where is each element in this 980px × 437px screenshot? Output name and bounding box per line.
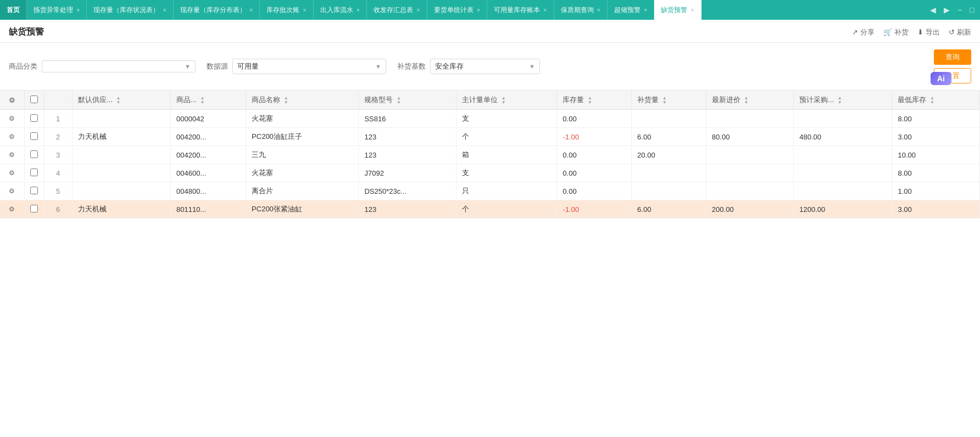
tab-next-button[interactable]: ▶ [940,4,953,15]
cell-supplier-0 [72,110,170,128]
row-checkbox-5[interactable] [30,205,38,212]
th-latest-price-label: 最新进价 [712,96,740,104]
ai-badge[interactable]: Ai [931,72,951,85]
row-checkbox-1[interactable] [30,132,38,140]
row-checkbox-2[interactable] [30,150,38,158]
cell-replenish-2: 20.00 [632,146,706,164]
th-name[interactable]: 商品名称 ▲▼ [246,91,359,110]
export-action[interactable]: ⬇ 导出 [917,27,940,37]
cell-replenish-0 [632,110,706,128]
th-stock[interactable]: 库存量 ▲▼ [557,91,632,110]
tab-3-label: 现存量（库存分布表） [180,5,246,15]
cell-supplier-1: 力天机械 [72,128,170,146]
tab-6[interactable]: 收发存汇总表 × [367,0,427,20]
tab-maximize-button[interactable]: □ [967,4,978,15]
cell-min-stock-3: 8.00 [892,164,980,182]
tab-home[interactable]: 首页 [0,0,27,20]
th-name-sort-icon: ▲▼ [284,96,288,105]
cell-num-5: 6 [44,200,72,218]
cell-checkbox-3[interactable] [24,164,44,182]
cell-num-4: 5 [44,182,72,200]
cell-gear-0[interactable]: ⚙ [0,110,24,128]
cell-name-0: 火花塞 [246,110,359,128]
header-actions: ↗ 分享 🛒 补货 ⬇ 导出 ↺ 刷新 [852,27,971,37]
replenish-action[interactable]: 🛒 补货 [883,27,909,37]
row-checkbox-3[interactable] [30,169,38,176]
tab-9[interactable]: 保质期查询 × [554,0,608,20]
tab-7-close[interactable]: × [477,7,480,13]
cell-gear-4[interactable]: ⚙ [0,182,24,200]
cell-code-3: 004600... [171,164,246,182]
tab-6-close[interactable]: × [416,7,420,13]
th-replenish[interactable]: 补货量 ▲▼ [632,91,706,110]
cell-latest-price-2 [706,146,793,164]
product-category-select[interactable]: ▼ [42,60,196,72]
th-spec[interactable]: 规格型号 ▲▼ [359,91,456,110]
tab-minimize-button[interactable]: − [954,4,965,15]
replenish-base-select[interactable]: 安全库存 ▼ [430,59,540,74]
cell-latest-price-0 [706,110,793,128]
data-source-filter: 数据源 可用量 ▼ [207,59,386,74]
cell-code-5: 801110... [171,200,246,218]
tab-2[interactable]: 现存量（库存状况表） × [87,0,173,20]
cell-estimated-purchase-1: 480.00 [794,128,892,146]
tab-5[interactable]: 出入库流水 × [314,0,367,20]
th-latest-price[interactable]: 最新进价 ▲▼ [706,91,793,110]
th-unit[interactable]: 主计量单位 ▲▼ [456,91,557,110]
share-action[interactable]: ↗ 分享 [852,27,875,37]
th-spec-sort-icon: ▲▼ [397,96,401,105]
cell-gear-2[interactable]: ⚙ [0,146,24,164]
cell-gear-5[interactable]: ⚙ [0,200,24,218]
cell-checkbox-5[interactable] [24,200,44,218]
th-min-stock[interactable]: 最低库存 ▲▼ [892,91,980,110]
tab-10[interactable]: 超储预警 × [608,0,654,20]
tab-1-close[interactable]: × [76,7,80,13]
cell-gear-1[interactable]: ⚙ [0,128,24,146]
th-gear[interactable]: ⚙ [0,91,24,110]
data-source-select[interactable]: 可用量 ▼ [232,59,386,74]
cell-checkbox-2[interactable] [24,146,44,164]
tab-9-label: 保质期查询 [561,5,594,15]
cell-checkbox-4[interactable] [24,182,44,200]
table-row: ⚙ 2 力天机械 004200... PC200油缸庄子 123 个 -1.00… [0,128,980,146]
tab-11[interactable]: 缺货预警 × [654,0,701,20]
cell-spec-2: 123 [359,146,456,164]
tab-5-close[interactable]: × [357,7,360,13]
row-checkbox-4[interactable] [30,187,38,194]
tab-3[interactable]: 现存量（库存分布表） × [174,0,260,20]
th-code[interactable]: 商品... ▲▼ [171,91,246,110]
tab-10-close[interactable]: × [644,7,647,13]
cell-checkbox-1[interactable] [24,128,44,146]
th-estimated-purchase[interactable]: 预计采购... ▲▼ [794,91,892,110]
tab-11-close[interactable]: × [691,7,694,13]
tab-8[interactable]: 可用量库存账本 × [487,0,554,20]
data-source-arrow-icon: ▼ [375,63,381,70]
tab-nav-buttons: ◀ ▶ − □ [925,4,980,15]
cell-num-1: 2 [44,128,72,146]
tab-prev-button[interactable]: ◀ [927,4,939,15]
tab-2-label: 现存量（库存状况表） [93,5,159,15]
tab-4[interactable]: 库存批次账 × [260,0,313,20]
cell-stock-2: 0.00 [557,146,632,164]
tab-4-close[interactable]: × [303,7,306,13]
cell-checkbox-0[interactable] [24,110,44,128]
refresh-action[interactable]: ↺ 刷新 [949,27,971,37]
cell-latest-price-1: 80.00 [706,128,793,146]
select-all-checkbox[interactable] [30,96,38,103]
th-supplier-sort-icon: ▲▼ [116,96,120,105]
tab-2-close[interactable]: × [163,7,166,13]
cell-stock-5: -1.00 [557,200,632,218]
tab-home-label: 首页 [7,5,20,15]
query-button[interactable]: 查询 [934,49,971,65]
row-checkbox-0[interactable] [30,114,38,122]
th-supplier[interactable]: 默认供应... ▲▼ [72,91,170,110]
cell-min-stock-5: 3.00 [892,200,980,218]
cell-gear-3[interactable]: ⚙ [0,164,24,182]
tab-9-close[interactable]: × [597,7,600,13]
tab-7[interactable]: 要货单统计表 × [427,0,487,20]
table-row: ⚙ 5 004800... 离合片 DS250*23c... 只 0.00 1.… [0,182,980,200]
cell-code-0: 0000042 [171,110,246,128]
tab-8-close[interactable]: × [543,7,547,13]
tab-3-close[interactable]: × [249,7,253,13]
tab-1[interactable]: 拣货异常处理 × [27,0,87,20]
